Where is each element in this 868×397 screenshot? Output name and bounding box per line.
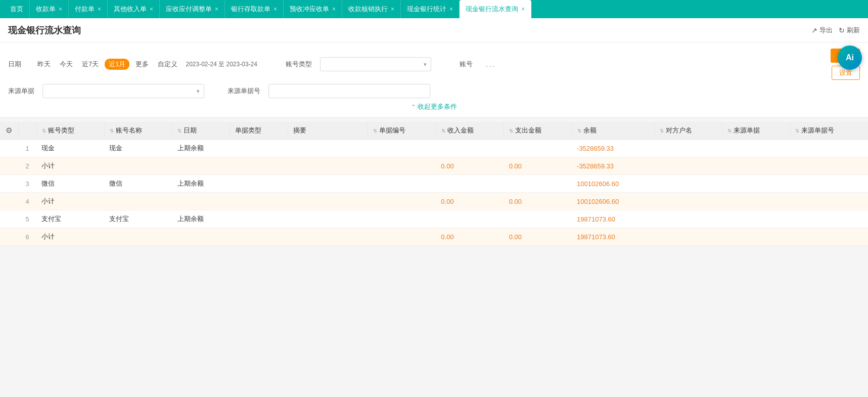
cell-settings (0, 228, 18, 246)
cell-counterpart (654, 210, 722, 228)
page-title: 现金银行流水查询 (8, 24, 81, 36)
cell-balance: 100102606.60 (572, 193, 654, 210)
nav-close-receipts[interactable]: × (59, 6, 62, 13)
col-income[interactable]: ⇅收入金额 (436, 122, 504, 140)
nav-item-adjustment[interactable]: 应收应付调整单 × (160, 0, 225, 18)
cell-income (436, 175, 504, 193)
nav-item-prepay[interactable]: 预收冲应收单 × (284, 0, 342, 18)
cell-settings (0, 210, 18, 228)
nav-label-home: 首页 (10, 5, 23, 14)
ai-assistant-button[interactable]: Ai (838, 46, 862, 70)
col-expense[interactable]: ⇅支出金额 (504, 122, 572, 140)
nav-close-verification[interactable]: × (391, 6, 394, 13)
col-summary: 摘要 (288, 122, 368, 140)
cell-account-type: 支付宝 (36, 210, 104, 228)
cell-doc-no (368, 210, 436, 228)
cell-expense: 0.00 (504, 228, 572, 246)
source-doc-no-label: 来源单据号 (227, 86, 260, 96)
account-type-select[interactable]: ▾ (320, 57, 431, 71)
col-row-num (18, 122, 36, 140)
cell-source-doc-no (790, 228, 868, 246)
cell-row-num: 5 (18, 210, 36, 228)
nav-label-cashflow: 现金银行流水查询 (466, 5, 518, 14)
col-counterpart[interactable]: ⇅对方户名 (654, 122, 722, 140)
nav-item-cashflow[interactable]: 现金银行流水查询 × (460, 0, 531, 18)
source-doc-chevron-icon: ▾ (197, 88, 200, 95)
nav-close-statistics[interactable]: × (449, 6, 453, 13)
table-body: 1 现金 现金 上期余额 -3528659.33 2 小计 0.00 0.00 … (0, 140, 868, 246)
collapse-bar[interactable]: ⌃ 收起更多条件 (8, 102, 860, 111)
date-opt-custom[interactable]: 自定义 (155, 59, 180, 70)
nav-close-cashflow[interactable]: × (521, 6, 525, 13)
cell-summary (288, 157, 368, 175)
account-dots[interactable]: ... (486, 60, 495, 69)
col-settings[interactable]: ⚙ (0, 122, 18, 140)
nav-close-adjustment[interactable]: × (215, 6, 218, 13)
cell-row-num: 2 (18, 157, 36, 175)
col-source-doc-no[interactable]: ⇅来源单据号 (790, 122, 868, 140)
cell-date (172, 228, 230, 246)
cell-account-type: 微信 (36, 175, 104, 193)
cell-row-num: 3 (18, 175, 36, 193)
col-date[interactable]: ⇅日期 (172, 122, 230, 140)
cell-date (172, 157, 230, 175)
cell-source-doc-no (790, 193, 868, 210)
cell-doc-type (230, 210, 288, 228)
nav-close-other-income[interactable]: × (150, 6, 153, 13)
nav-item-other-income[interactable]: 其他收入单 × (108, 0, 160, 18)
col-account-type[interactable]: ⇅账号类型 (36, 122, 104, 140)
cell-account-type: 小计 (36, 193, 104, 210)
gear-icon[interactable]: ⚙ (6, 126, 12, 135)
cell-balance: -3528659.33 (572, 157, 654, 175)
cell-doc-type (230, 193, 288, 210)
cell-source-doc-no (790, 157, 868, 175)
nav-close-bank-transfer[interactable]: × (273, 6, 277, 13)
nav-close-prepay[interactable]: × (332, 6, 336, 13)
date-opt-yesterday[interactable]: 昨天 (34, 59, 54, 70)
header-actions: ↗ 导出 ↻ 刷新 (811, 26, 860, 35)
table-row: 6 小计 0.00 0.00 19871073.60 (0, 228, 868, 246)
cell-counterpart (654, 228, 722, 246)
date-filter-label: 日期 (8, 60, 26, 69)
date-opt-1month[interactable]: 近1月 (105, 59, 129, 70)
filter-row-date: 日期 昨天 今天 近7天 近1月 更多 自定义 2023-02-24 至 202… (8, 49, 860, 80)
refresh-label: 刷新 (847, 26, 860, 35)
source-doc-no-input[interactable] (268, 84, 430, 98)
cell-source-doc (722, 140, 790, 157)
cell-summary (288, 140, 368, 157)
cell-expense (504, 175, 572, 193)
nav-item-statistics[interactable]: 现金银行统计 × (401, 0, 460, 18)
export-button[interactable]: ↗ 导出 (811, 26, 833, 35)
cell-income: 0.00 (436, 193, 504, 210)
col-account-name[interactable]: ⇅账号名称 (104, 122, 172, 140)
cell-source-doc-no (790, 210, 868, 228)
date-opt-7days[interactable]: 近7天 (79, 59, 102, 70)
collapse-label: 收起更多条件 (418, 102, 457, 111)
nav-close-payments[interactable]: × (98, 6, 101, 13)
table-row: 2 小计 0.00 0.00 -3528659.33 (0, 157, 868, 175)
date-opt-more[interactable]: 更多 (132, 59, 152, 70)
table-row: 5 支付宝 支付宝 上期余额 19871073.60 (0, 210, 868, 228)
nav-item-receipts[interactable]: 收款单 × (30, 0, 69, 18)
cell-income (436, 210, 504, 228)
cell-counterpart (654, 140, 722, 157)
date-opt-today[interactable]: 今天 (57, 59, 76, 70)
col-balance[interactable]: ⇅余额 (572, 122, 654, 140)
account-label: 账号 (460, 60, 478, 69)
cell-settings (0, 193, 18, 210)
nav-label-bank-transfer: 银行存取款单 (231, 5, 270, 14)
cell-date: 上期余额 (172, 140, 230, 157)
cell-doc-no (368, 228, 436, 246)
nav-label-receipts: 收款单 (36, 5, 56, 14)
nav-item-home[interactable]: 首页 (4, 0, 30, 18)
nav-label-payments: 付款单 (75, 5, 95, 14)
cell-account-type: 现金 (36, 140, 104, 157)
source-doc-select[interactable]: ▾ (42, 84, 204, 98)
export-icon: ↗ (811, 26, 817, 34)
col-doc-no[interactable]: ⇅单据编号 (368, 122, 436, 140)
refresh-button[interactable]: ↻ 刷新 (839, 26, 860, 35)
nav-item-verification[interactable]: 收款核销执行 × (342, 0, 401, 18)
nav-item-payments[interactable]: 付款单 × (69, 0, 108, 18)
col-source-doc[interactable]: ⇅来源单据 (722, 122, 790, 140)
nav-item-bank-transfer[interactable]: 银行存取款单 × (225, 0, 284, 18)
